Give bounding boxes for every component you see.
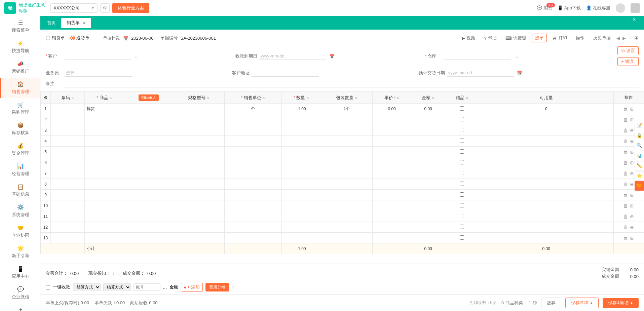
payment-date-input[interactable] [259,52,327,60]
warehouse-ellipsis[interactable]: ... [515,54,518,59]
sidebar-item-marketing[interactable]: 📣 营销推广 [0,57,40,78]
expected-calendar-icon[interactable]: 📅 [517,71,522,76]
delete-icon[interactable]: 🗑 [623,171,628,176]
delete-icon[interactable]: 🗑 [623,117,628,122]
gift-checkbox[interactable] [460,160,464,164]
shortcut-button[interactable]: ⌨ 快捷键 [502,34,529,42]
fees-split-button[interactable]: 费用分摊 [205,283,229,291]
logistics-button[interactable]: + 物流 [617,57,639,66]
online-service-button[interactable]: 👤 在线客服 [586,5,610,11]
account-input[interactable] [134,283,160,291]
sidebar-item-sys-mgmt[interactable]: ⚙️ 系统管理 [0,201,40,221]
copy-icon[interactable]: ⊕ [630,149,634,155]
delete-icon[interactable]: 🗑 [623,192,628,198]
float-btn-1[interactable]: 📝 [635,121,644,130]
video-button[interactable]: ▶ 视频 [459,34,478,42]
fees-help-icon[interactable]: ? [232,285,234,290]
copy-icon[interactable]: ⊕ [630,117,634,122]
copy-icon[interactable]: ⊕ [630,171,634,176]
app-download-button[interactable]: 📱 App下载 [558,5,581,11]
gift-checkbox[interactable] [460,149,464,154]
sidebar-item-guide[interactable]: 🌟 新手引导 [0,242,40,262]
float-btn-orange[interactable]: 🧡 [635,181,644,191]
gift-checkbox[interactable] [460,192,464,197]
copy-icon[interactable]: ⊕ [630,235,634,241]
gift-checkbox[interactable] [460,235,464,240]
sidebar-item-vip[interactable]: ✦ 畅会员 [0,303,40,311]
trial-button[interactable]: 体验行业方案 [112,3,149,13]
gift-checkbox[interactable] [460,139,464,143]
sidebar-item-inventory[interactable]: 📦 库存核算 [0,119,40,139]
sidebar-item-app-center[interactable]: 📱 应用中心 [0,262,40,283]
history-button[interactable]: 历史单据 [590,34,614,42]
copy-icon[interactable]: ⊕ [630,182,634,187]
delete-icon[interactable]: 🗑 [623,149,628,155]
sidebar-item-purchase[interactable]: 🛒 采购管理 [0,98,40,119]
customer-ellipsis[interactable]: ... [135,54,139,59]
scan-button[interactable]: 扫码录入 [139,94,159,101]
nav-prev-icon[interactable]: ◀ [616,36,620,41]
tab-sales-order[interactable]: 销货单 × [61,18,91,28]
one-click-pay-checkbox[interactable] [46,285,50,289]
float-btn-2[interactable]: 🔒 [635,131,644,140]
gift-checkbox[interactable] [460,117,464,121]
payment-calendar-icon[interactable]: 📅 [329,54,335,59]
gift-checkbox[interactable] [460,128,464,132]
float-btn-5[interactable]: ✏️ [635,161,644,170]
sort-barcode-icon[interactable]: ⇅ [71,96,74,100]
company-settings-button[interactable]: ⚙ [100,3,110,13]
settings-button[interactable]: ⚙ 设置 [617,46,639,55]
gift-checkbox[interactable] [460,203,464,207]
save-new-button[interactable]: 保存&新增 ▲ [603,298,639,308]
delete-icon[interactable]: 🗑 [623,203,628,208]
gift-checkbox[interactable] [460,106,464,111]
sidebar-item-enterprise[interactable]: 🤝 企业协同 [0,221,40,242]
delete-icon[interactable]: 🗑 [623,225,628,230]
customer-addr-input[interactable] [252,69,319,77]
operate-button[interactable]: 操作 [573,34,588,42]
select-button[interactable]: 选单 [532,34,547,42]
sort-gift-icon[interactable]: ⇅ [466,96,468,100]
sidebar-item-operations[interactable]: 📊 经营管理 [0,160,40,180]
copy-icon[interactable]: ⊕ [630,192,634,198]
addr-ellipsis[interactable]: ... [322,71,326,75]
copy-icon[interactable]: ⊕ [630,128,634,133]
notes-input[interactable] [63,80,639,87]
delete-icon[interactable]: 🗑 [623,128,628,133]
gift-checkbox[interactable] [460,182,464,186]
expected-date-input[interactable] [447,69,514,77]
company-select[interactable]: XXXXXX公司 ▼ [50,3,98,13]
save-draft-button[interactable]: 保存草稿 ▲ [565,298,599,308]
avatar[interactable] [616,3,625,13]
sort-unit-icon[interactable]: ⇅ [262,96,265,100]
sidebar-item-sales[interactable]: 🏠 销售管理 [0,78,40,98]
messages-button[interactable]: 💬 消息 99+ [537,5,552,11]
sort-price-icon[interactable]: ⇅ [396,96,399,100]
copy-icon[interactable]: ⊕ [630,106,634,112]
sidebar-item-finance[interactable]: 💰 资金管理 [0,139,40,160]
grid-view-icon[interactable]: ⊞ [634,35,639,41]
copy-icon[interactable]: ⊕ [630,160,634,165]
sort-qty-icon[interactable]: ⇅ [306,96,309,100]
discard-button[interactable]: 放弃 [541,298,561,308]
print-button[interactable]: 🖨 打印 [550,34,570,42]
help-button[interactable]: ? 帮助 [481,34,499,42]
sort-packqty-icon[interactable]: ⇅ [355,96,357,100]
sort-amount-icon[interactable]: ⇅ [432,96,434,100]
gift-checkbox[interactable] [460,171,464,175]
float-btn-6[interactable]: ⭐ [635,171,644,181]
account-select[interactable]: 结算方式 [103,283,131,291]
sidebar-item-search[interactable]: ☰ 搜索菜单 [0,16,40,37]
sidebar-item-quick-nav[interactable]: ⚡ 快捷导航 [0,37,40,57]
delete-icon[interactable]: 🗑 [623,139,628,144]
gift-checkbox[interactable] [460,225,464,229]
salesperson-input[interactable] [65,69,132,77]
delete-icon[interactable]: 🗑 [623,182,628,187]
copy-icon[interactable]: ⊕ [630,139,634,144]
close-window-icon[interactable]: × [630,16,639,23]
copy-icon[interactable]: ⊕ [630,225,634,230]
sort-spec-icon[interactable]: ⇅ [207,96,210,100]
settle-method-select[interactable]: 结算方式 [73,283,101,291]
radio-return-order[interactable]: 退货单 [70,35,89,41]
delete-icon[interactable]: 🗑 [623,160,628,165]
